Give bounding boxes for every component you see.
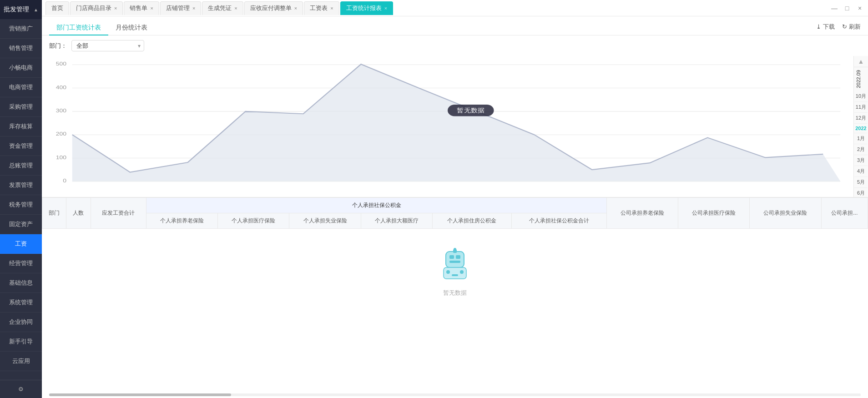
svg-text:300: 300 — [56, 107, 66, 114]
tab-label-catalog: 门店商品目录 — [76, 4, 111, 12]
tab-produce[interactable]: 生成凭证× — [202, 1, 243, 15]
tab-close-catalog[interactable]: × — [114, 5, 117, 11]
sidebar-item-guide[interactable]: 新手引导 — [0, 332, 42, 352]
tab-home[interactable]: 首页 — [45, 1, 69, 15]
col-personal-critical: 个人承担大额医疗 — [361, 213, 432, 229]
tab-close-receivable[interactable]: × — [294, 5, 297, 11]
sidebar-item-purchase[interactable]: 采购管理 — [0, 97, 42, 117]
sidebar-item-ledger[interactable]: 总账管理 — [0, 156, 42, 176]
right-panel-10月[interactable]: 10月 — [854, 91, 867, 102]
svg-rect-16 — [449, 255, 454, 259]
sidebar-header[interactable]: 批发管理 ▲ — [0, 0, 42, 19]
empty-icon — [437, 247, 473, 283]
col-personal-unemployment: 个人承担失业保险 — [289, 213, 361, 229]
sidebar-item-sales[interactable]: 销售管理 — [0, 39, 42, 58]
minimize-button[interactable]: — — [830, 4, 839, 13]
sub-tab-bar: 部门工资统计表月份统计表 ⤓ 下载 ↻ 刷新 — [42, 16, 868, 35]
subtab-month[interactable]: 月份统计表 — [108, 21, 155, 35]
sidebar-item-payroll[interactable]: 工资 — [0, 234, 42, 254]
sidebar-item-inventory[interactable]: 库存核算 — [0, 117, 42, 136]
maximize-button[interactable]: □ — [843, 4, 852, 13]
empty-text: 暂无数据 — [443, 289, 467, 297]
tab-label-sales-order: 销售单 — [130, 4, 147, 12]
data-table: 部门 人数 应发工资合计 个人承担社保公积金 公司承担养老保险 公司承担医疗保险… — [42, 197, 868, 229]
tab-payroll-table[interactable]: 工资表× — [304, 1, 339, 15]
download-label: 下载 — [823, 23, 835, 31]
tab-sales-order[interactable]: 销售单× — [124, 1, 159, 15]
col-personal-medical: 个人承担医疗保险 — [218, 213, 289, 229]
right-panel-11月[interactable]: 11月 — [854, 102, 867, 113]
right-panel-4月[interactable]: 4月 — [854, 166, 867, 177]
tab-close-payroll-report[interactable]: × — [384, 5, 387, 11]
settings-icon: ⚙ — [18, 386, 24, 393]
scrollbar-track[interactable] — [49, 393, 861, 396]
tab-store[interactable]: 店铺管理× — [160, 1, 201, 15]
right-panel-date[interactable]: 2022.09 — [854, 67, 868, 91]
empty-state: 暂无数据 — [42, 229, 868, 315]
col-personal-total: 个人承担社保公积金合计 — [512, 213, 607, 229]
right-panel-6月[interactable]: 6月 — [854, 188, 867, 197]
sidebar-item-system[interactable]: 系统管理 — [0, 293, 42, 312]
col-salary: 应发工资合计 — [91, 198, 146, 229]
svg-rect-17 — [456, 255, 460, 259]
refresh-label: 刷新 — [849, 23, 861, 31]
sidebar-item-cloud[interactable]: 云应用 — [0, 352, 42, 371]
right-panel-items: 10月11月12月20221月2月3月4月5月6月7月8月9月 — [854, 91, 867, 197]
filter-bar: 部门： 全部 — [42, 35, 868, 56]
right-panel-5月[interactable]: 5月 — [854, 177, 867, 188]
dept-select-wrapper[interactable]: 全部 — [71, 40, 144, 51]
right-panel-3月[interactable]: 3月 — [854, 155, 867, 166]
sidebar-item-assets[interactable]: 固定资产 — [0, 215, 42, 234]
right-panel: ▲ 2022.09 10月11月12月20221月2月3月4月5月6月7月8月9… — [853, 56, 868, 197]
right-panel-up[interactable]: ▲ — [857, 56, 865, 67]
close-button[interactable]: × — [855, 4, 864, 13]
refresh-icon: ↻ — [842, 23, 847, 30]
col-dept: 部门 — [42, 198, 66, 229]
tab-receivable[interactable]: 应收应付调整单× — [244, 1, 303, 15]
right-panel-12月[interactable]: 12月 — [854, 113, 867, 124]
scrollbar-thumb[interactable] — [49, 393, 231, 396]
tab-close-sales-order[interactable]: × — [150, 5, 153, 11]
svg-point-20 — [446, 270, 450, 274]
svg-text:200: 200 — [56, 131, 66, 137]
svg-point-24 — [454, 248, 456, 251]
line-chart: 500 400 300 200 100 0 — [49, 56, 846, 197]
right-panel-1月[interactable]: 1月 — [854, 133, 867, 144]
tab-payroll-report[interactable]: 工资统计报表× — [340, 1, 393, 15]
svg-text:400: 400 — [56, 84, 66, 91]
sidebar-item-finance[interactable]: 资金管理 — [0, 136, 42, 156]
tab-label-home: 首页 — [51, 4, 63, 12]
col-personal-housing: 个人承担住房公积金 — [432, 213, 511, 229]
sidebar-collapse-arrow: ▲ — [34, 7, 38, 12]
sidebar-title: 批发管理 — [4, 5, 29, 14]
sidebar-settings[interactable]: ⚙ — [0, 380, 42, 398]
sidebar-item-operation[interactable]: 经营管理 — [0, 254, 42, 273]
svg-rect-18 — [449, 261, 460, 263]
tab-close-payroll-table[interactable]: × — [330, 5, 333, 11]
col-company-unemployment: 公司承担失业保险 — [750, 198, 821, 229]
svg-marker-12 — [72, 64, 841, 181]
sidebar-item-invoice[interactable]: 发票管理 — [0, 176, 42, 195]
download-button[interactable]: ⤓ 下载 — [816, 23, 835, 31]
main-area: 首页门店商品目录×销售单×店铺管理×生成凭证×应收应付调整单×工资表×工资统计报… — [42, 0, 868, 398]
svg-text:0: 0 — [63, 177, 66, 184]
right-panel-2月[interactable]: 2月 — [854, 144, 867, 155]
tab-catalog[interactable]: 门店商品目录× — [70, 1, 123, 15]
sidebar-item-ecom[interactable]: 电商管理 — [0, 78, 42, 97]
tab-close-store[interactable]: × — [192, 5, 195, 11]
filter-label: 部门： — [49, 42, 67, 50]
col-company-medical: 公司承担医疗保险 — [678, 198, 750, 229]
sidebar-item-mini[interactable]: 小畅电商 — [0, 58, 42, 78]
sidebar-item-tax[interactable]: 税务管理 — [0, 195, 42, 215]
sidebar-item-basic[interactable]: 基础信息 — [0, 273, 42, 293]
tab-close-produce[interactable]: × — [234, 5, 237, 11]
svg-text:500: 500 — [56, 60, 66, 67]
sidebar-item-marketing[interactable]: 营销推广 — [0, 19, 42, 39]
tab-label-payroll-table: 工资表 — [310, 4, 328, 12]
subtab-dept[interactable]: 部门工资统计表 — [49, 21, 108, 35]
sidebar-item-enterprise[interactable]: 企业协同 — [0, 312, 42, 332]
sidebar-nav: 营销推广销售管理小畅电商电商管理采购管理库存核算资金管理总账管理发票管理税务管理… — [0, 19, 42, 371]
right-panel-2022[interactable]: 2022 — [854, 124, 867, 133]
dept-select[interactable]: 全部 — [71, 40, 144, 51]
refresh-button[interactable]: ↻ 刷新 — [842, 23, 861, 31]
